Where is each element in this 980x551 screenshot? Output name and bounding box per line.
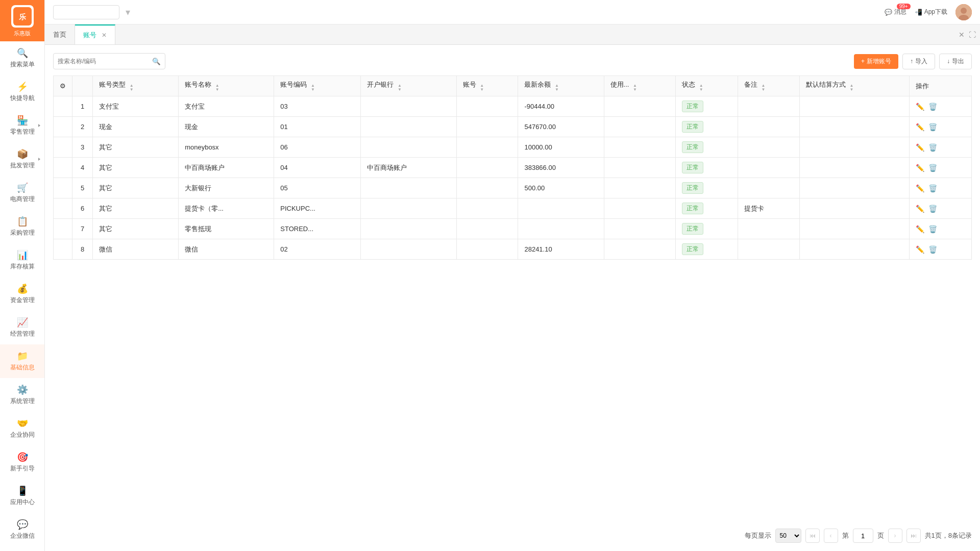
sidebar-item-inventory[interactable]: 📊 库存核算 [0, 243, 44, 277]
sidebar-item-guide[interactable]: 🎯 新手引导 [0, 445, 44, 479]
sidebar-item-wholesale[interactable]: 📦 批发管理 [0, 142, 44, 176]
status-badge: 正常 [682, 141, 703, 153]
sidebar-item-wechat[interactable]: 💬 企业微信 [0, 513, 44, 546]
edit-icon[interactable]: ✏️ [916, 143, 924, 152]
sidebar-item-member[interactable]: 👑 畅会员 [0, 546, 44, 551]
sidebar-nav: 🔍 搜索菜单 ⚡ 快捷导航 🏪 零售管理 📦 批发管理 🛒 电商管理 📋 采购管… [0, 41, 44, 551]
col-bank[interactable]: 开户银行 ▲▼ [361, 76, 456, 96]
tab-close-action[interactable]: ✕ [959, 31, 965, 39]
page-suffix: 页 [877, 531, 884, 540]
row-account-cell [456, 178, 518, 198]
edit-icon[interactable]: ✏️ [916, 103, 924, 111]
tab-account[interactable]: 账号 ✕ [75, 24, 115, 44]
search-button[interactable]: 🔍 [148, 54, 165, 69]
app-logo: 乐 乐惠版 [0, 0, 44, 41]
row-action-cell: ✏️ 🗑️ [910, 239, 972, 260]
sidebar-item-label: 库存核算 [10, 262, 35, 271]
col-code[interactable]: 账号编码 ▲▼ [274, 76, 361, 96]
col-status[interactable]: 状态 ▲▼ [676, 76, 738, 96]
delete-icon[interactable]: 🗑️ [928, 143, 937, 152]
col-settlement[interactable]: 默认结算方式 ▲▼ [799, 76, 909, 96]
row-action-cell: ✏️ 🗑️ [910, 178, 972, 198]
header-dropdown-icon[interactable]: ▾ [126, 7, 130, 18]
col-remark-label: 备注 [744, 81, 757, 88]
delete-icon[interactable]: 🗑️ [928, 123, 937, 131]
first-page-button[interactable]: ⏮ [805, 529, 820, 543]
row-num-cell: 4 [72, 158, 93, 178]
delete-icon[interactable]: 🗑️ [928, 205, 937, 213]
delete-icon[interactable]: 🗑️ [928, 103, 937, 111]
edit-icon[interactable]: ✏️ [916, 245, 924, 254]
col-type[interactable]: 账号类型 ▲▼ [93, 76, 179, 96]
sidebar-item-basic[interactable]: 📁 基础信息 [0, 344, 44, 378]
operations-icon: 📈 [17, 317, 28, 328]
edit-icon[interactable]: ✏️ [916, 164, 924, 172]
header-search-input[interactable] [53, 5, 119, 19]
sidebar-item-system[interactable]: ⚙️ 系统管理 [0, 378, 44, 412]
tab-home[interactable]: 首页 [45, 24, 75, 44]
row-settings-cell [54, 158, 72, 178]
sidebar-item-purchase[interactable]: 📋 采购管理 [0, 210, 44, 243]
col-settings[interactable]: ⚙ [54, 76, 72, 96]
accounts-table: ⚙ 账号类型 ▲▼ 账号名称 ▲▼ 账号编码 ▲▼ 开户 [53, 76, 972, 260]
col-name[interactable]: 账号名称 ▲▼ [179, 76, 274, 96]
next-page-button[interactable]: › [888, 529, 902, 543]
status-badge: 正常 [682, 162, 703, 173]
delete-icon[interactable]: 🗑️ [928, 225, 937, 233]
message-button[interactable]: 💬 消息 99+ [885, 8, 906, 16]
col-account[interactable]: 账号 ▲▼ [456, 76, 518, 96]
export-button[interactable]: ↓ 导出 [939, 54, 972, 69]
col-status-label: 状态 [682, 81, 695, 88]
sidebar-item-search[interactable]: 🔍 搜索菜单 [0, 41, 44, 75]
col-balance[interactable]: 最新余额 ▲▼ [518, 76, 604, 96]
row-name-cell: 现金 [179, 117, 274, 137]
sidebar-item-quicknav[interactable]: ⚡ 快捷导航 [0, 75, 44, 109]
guide-icon: 🎯 [17, 452, 28, 463]
app-download-icon: 📲 [915, 9, 922, 16]
row-usage-cell [604, 239, 676, 260]
sidebar-item-label: 新手引导 [10, 464, 35, 473]
sidebar-item-label: 基础信息 [10, 363, 35, 372]
tab-close-icon[interactable]: ✕ [102, 32, 107, 39]
edit-icon[interactable]: ✏️ [916, 123, 924, 131]
delete-icon[interactable]: 🗑️ [928, 164, 937, 172]
edit-icon[interactable]: ✏️ [916, 184, 924, 192]
row-settings-cell [54, 178, 72, 198]
col-remark[interactable]: 备注 ▲▼ [738, 76, 799, 96]
row-status-cell: 正常 [676, 239, 738, 260]
col-usage[interactable]: 使用... ▲▼ [604, 76, 676, 96]
delete-icon[interactable]: 🗑️ [928, 245, 937, 254]
per-page-select[interactable]: 50 100 [775, 529, 801, 543]
sidebar-item-ecommerce[interactable]: 🛒 电商管理 [0, 176, 44, 210]
app-download-button[interactable]: 📲 App下载 [915, 8, 947, 16]
row-bank-cell [361, 198, 456, 219]
import-icon: ↑ [910, 58, 913, 65]
sidebar-item-operations[interactable]: 📈 经营管理 [0, 311, 44, 344]
row-status-cell: 正常 [676, 178, 738, 198]
edit-icon[interactable]: ✏️ [916, 225, 924, 233]
tab-expand-action[interactable]: ⛶ [969, 31, 976, 39]
edit-icon[interactable]: ✏️ [916, 205, 924, 213]
sidebar-item-appcenter[interactable]: 📱 应用中心 [0, 479, 44, 513]
delete-icon[interactable]: 🗑️ [928, 184, 937, 192]
col-action: 操作 [910, 76, 972, 96]
row-usage-cell [604, 158, 676, 178]
import-button[interactable]: ↑ 导入 [902, 54, 935, 69]
row-settlement-cell [799, 239, 909, 260]
sidebar-item-retail[interactable]: 🏪 零售管理 [0, 109, 44, 142]
agreement-icon: 🤝 [17, 418, 28, 429]
user-avatar[interactable] [955, 4, 972, 20]
page-input[interactable] [853, 529, 873, 543]
col-settlement-label: 默认结算方式 [806, 81, 846, 88]
row-type-cell: 其它 [93, 158, 179, 178]
prev-page-button[interactable]: ‹ [824, 529, 838, 543]
sidebar-item-agreement[interactable]: 🤝 企业协同 [0, 412, 44, 445]
sidebar-item-funds[interactable]: 💰 资金管理 [0, 277, 44, 311]
last-page-button[interactable]: ⏭ [906, 529, 921, 543]
search-input[interactable] [54, 58, 148, 65]
add-account-button[interactable]: + 新增账号 [854, 54, 898, 69]
row-code-cell: 03 [274, 96, 361, 117]
tab-bar: 首页 账号 ✕ ✕ ⛶ [45, 24, 980, 45]
row-type-cell: 微信 [93, 239, 179, 260]
add-icon: + [861, 58, 865, 65]
